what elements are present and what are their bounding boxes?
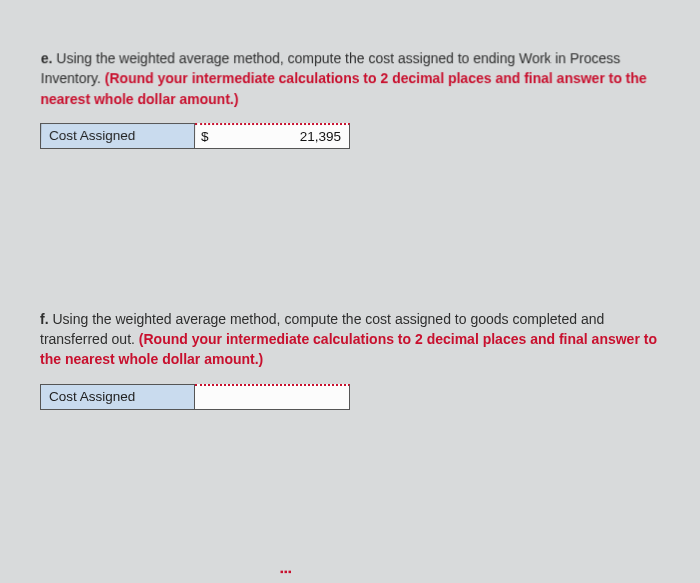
question-e-text: e. Using the weighted average method, co… <box>40 48 659 109</box>
currency-symbol-e: $ <box>201 127 209 147</box>
cost-assigned-label-f: Cost Assigned <box>40 384 195 410</box>
cost-assigned-input-f[interactable] <box>195 384 350 410</box>
cost-assigned-value-e: 21,395 <box>213 127 341 147</box>
question-e-instruction: (Round your intermediate calculations to… <box>40 71 646 107</box>
cost-assigned-label-e: Cost Assigned <box>40 123 195 149</box>
answer-row-f: Cost Assigned <box>40 384 350 410</box>
question-f-text: f. Using the weighted average method, co… <box>40 309 660 370</box>
question-e-prefix: e. <box>41 50 57 66</box>
cost-assigned-input-e[interactable]: $ 21,395 <box>195 123 350 149</box>
question-f-block: f. Using the weighted average method, co… <box>40 309 660 410</box>
question-f-prefix: f. <box>40 311 52 327</box>
footer-decoration: ▪▪▪ <box>280 566 292 577</box>
spacer <box>40 169 660 309</box>
answer-row-e: Cost Assigned $ 21,395 <box>40 123 350 149</box>
question-e-block: e. Using the weighted average method, co… <box>40 48 660 149</box>
